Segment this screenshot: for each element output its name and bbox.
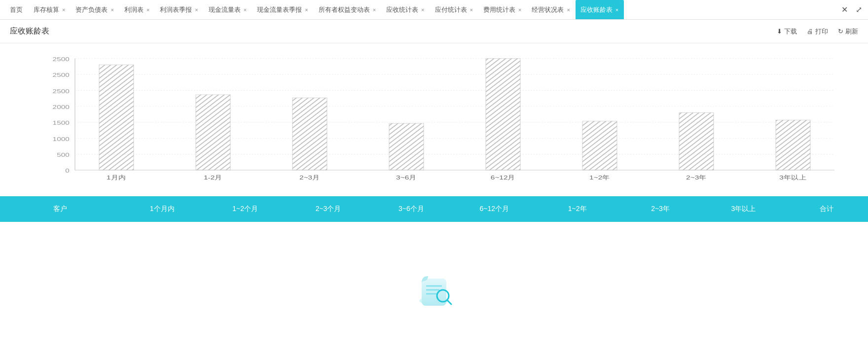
tab-label: 现金流量表季报 [257,5,302,14]
bar-2-3year [679,113,714,170]
tab-equity-change[interactable]: 所有者权益变动表 × [314,0,381,19]
svg-text:2500: 2500 [53,88,70,94]
tab-inventory[interactable]: 库存核算 × [29,0,71,19]
svg-text:500: 500 [57,152,70,158]
tab-close-icon[interactable]: × [470,7,473,13]
tab-bar: 首页 库存核算 × 资产负债表 × 利润表 × 利润表季报 × 现金流量表 × … [0,0,868,20]
col-1-2month: 1~2个月 [204,205,287,213]
svg-text:1-2月: 1-2月 [204,175,222,181]
tab-label: 费用统计表 [483,5,515,14]
tab-label: 利润表季报 [160,5,192,14]
col-1-2year: 1~2年 [536,205,618,213]
print-icon: 🖨 [807,28,813,35]
svg-text:0: 0 [65,168,70,174]
col-2-3year: 2~3年 [619,205,702,213]
tab-ar-aging[interactable]: 应收账龄表 × [576,0,624,19]
col-6-12month: 6~12个月 [453,205,536,213]
tab-profit-quarterly[interactable]: 利润表季报 × [155,0,203,19]
page-header: 应收账龄表 ⬇ 下载 🖨 打印 ↻ 刷新 [0,20,868,43]
tab-label: 现金流量表 [209,5,241,14]
col-total: 合计 [785,205,868,213]
window-controls: ✕ ⤢ [839,3,864,16]
svg-text:2500: 2500 [53,56,70,63]
svg-text:1月内: 1月内 [107,175,126,181]
tab-close-icon[interactable]: × [373,7,376,13]
col-2-3month: 2~3个月 [287,205,369,213]
tab-cashflow[interactable]: 现金流量表 × [204,0,252,19]
svg-text:1~2年: 1~2年 [589,175,610,181]
col-customer: 客户 [0,205,121,213]
svg-text:6~12月: 6~12月 [491,175,515,181]
tab-label: 利润表 [124,5,144,14]
download-icon: ⬇ [777,28,782,35]
print-label: 打印 [815,27,828,36]
tab-label: 资产负债表 [75,5,108,14]
tab-close-icon[interactable]: × [567,7,570,13]
download-label: 下载 [784,27,797,36]
print-button[interactable]: 🖨 打印 [807,27,828,36]
tab-label: 库存核算 [34,5,59,14]
bar-6-12month [486,59,520,170]
bar-1-2month [196,95,230,170]
bar-1-2year [582,121,617,170]
tab-close-icon[interactable]: × [615,7,618,13]
refresh-icon: ↻ [838,28,843,35]
tab-label: 应收账龄表 [580,5,613,14]
tab-operation-status[interactable]: 经营状况表 × [527,0,575,19]
chart-container: 2500 2500 2500 2000 1500 1000 500 0 1月内 [20,53,848,191]
tab-close-icon[interactable]: × [146,7,149,13]
svg-text:2~3月: 2~3月 [299,175,320,181]
table-header: 客户 1个月内 1~2个月 2~3个月 3~6个月 6~12个月 1~2年 2~… [0,196,868,222]
svg-text:2500: 2500 [53,72,70,78]
maximize-window-icon[interactable]: ⤢ [854,3,864,16]
tab-close-icon[interactable]: × [110,7,113,13]
svg-text:2~3年: 2~3年 [686,175,707,181]
empty-state-icon [409,264,459,313]
bar-3-6month [389,123,424,170]
tab-label: 经营状况表 [532,5,564,14]
bar-3plus-year [776,120,810,170]
tab-balance-sheet[interactable]: 资产负债表 × [71,0,119,19]
tab-label: 应付统计表 [435,5,467,14]
svg-text:2000: 2000 [53,104,70,110]
tab-ap-stats[interactable]: 应付统计表 × [430,0,478,19]
tab-close-icon[interactable]: × [195,7,198,13]
tab-ar-stats[interactable]: 应收统计表 × [381,0,430,19]
svg-line-33 [447,300,451,304]
tab-close-icon[interactable]: × [305,7,308,13]
bar-1month [99,65,134,170]
close-window-icon[interactable]: ✕ [839,3,850,16]
svg-text:1500: 1500 [53,120,70,126]
tab-home[interactable]: 首页 [4,5,29,14]
tab-label: 所有者权益变动表 [319,5,370,14]
bar-chart: 2500 2500 2500 2000 1500 1000 500 0 1月内 [20,53,848,191]
svg-text:3年以上: 3年以上 [779,175,807,181]
bar-2-3month [292,98,327,170]
col-3-6month: 3~6个月 [370,205,453,213]
refresh-label: 刷新 [845,27,858,36]
tab-close-icon[interactable]: × [518,7,521,13]
page-title: 应收账龄表 [10,26,49,36]
main-content: 2500 2500 2500 2000 1500 1000 500 0 1月内 [0,43,868,355]
chart-area: 2500 2500 2500 2000 1500 1000 500 0 1月内 [0,43,868,196]
tab-label: 应收统计表 [386,5,418,14]
page-actions: ⬇ 下载 🖨 打印 ↻ 刷新 [777,27,858,36]
empty-state [0,222,868,355]
col-1month: 1个月内 [121,205,204,213]
tab-close-icon[interactable]: × [62,7,65,13]
svg-text:1000: 1000 [53,136,70,142]
tab-close-icon[interactable]: × [421,7,424,13]
download-button[interactable]: ⬇ 下载 [777,27,797,36]
col-3plus-year: 3年以上 [702,205,785,213]
tab-profit[interactable]: 利润表 × [119,0,155,19]
svg-text:3~6月: 3~6月 [396,175,417,181]
tab-cashflow-quarterly[interactable]: 现金流量表季报 × [252,0,313,19]
tab-close-icon[interactable]: × [244,7,247,13]
tab-expense-stats[interactable]: 费用统计表 × [478,0,527,19]
refresh-button[interactable]: ↻ 刷新 [838,27,858,36]
